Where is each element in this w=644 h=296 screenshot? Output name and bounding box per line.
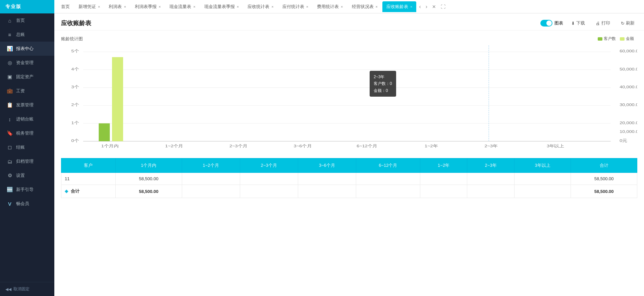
svg-text:1个月内: 1个月内 bbox=[101, 144, 118, 148]
total-label-text: 合计 bbox=[71, 189, 79, 194]
svg-text:2~3个月: 2~3个月 bbox=[229, 144, 247, 148]
tab-business-stat[interactable]: 经营状况表 × bbox=[348, 1, 382, 12]
sidebar-item-settings[interactable]: ⚙ 设置 bbox=[0, 168, 54, 183]
total-y2 bbox=[467, 185, 514, 198]
col-total: 合计 bbox=[571, 158, 637, 173]
tab-close-expense-stat[interactable]: × bbox=[341, 5, 343, 9]
page-content: 应收账龄表 图表 ⬇ 下载 🖨 打印 ↻ 刷新 bbox=[54, 13, 644, 296]
assets-icon: ▣ bbox=[7, 74, 13, 80]
funds-icon: ◎ bbox=[7, 60, 13, 66]
cell-total-0: 58,500.00 bbox=[571, 173, 637, 185]
col-m12: 6~12个月 bbox=[356, 158, 420, 173]
sidebar-item-assets[interactable]: ▣ 固定资产 bbox=[0, 70, 54, 84]
reports-icon: 📊 bbox=[7, 46, 13, 52]
tab-close-aging[interactable]: × bbox=[410, 5, 412, 9]
sidebar-item-salary[interactable]: 💼 工资 bbox=[0, 84, 54, 98]
tab-profit[interactable]: 利润表 × bbox=[105, 1, 130, 12]
sidebar-item-archive[interactable]: 🗂 归档管理 bbox=[0, 154, 54, 168]
refresh-label: 刷新 bbox=[626, 20, 635, 26]
svg-text:3~6个月: 3~6个月 bbox=[294, 144, 312, 148]
toggle-track[interactable] bbox=[540, 20, 552, 27]
data-table: 客户 1个月内 1~2个月 2~3个月 3~6个月 6~12个月 1~2年 2~… bbox=[61, 158, 637, 198]
svg-text:4个: 4个 bbox=[71, 67, 78, 71]
tab-payable-stat[interactable]: 应付统计表 × bbox=[278, 1, 312, 12]
salary-icon: 💼 bbox=[7, 88, 13, 94]
sidebar-label-checkout: 结账 bbox=[16, 144, 25, 150]
total-m6 bbox=[298, 185, 356, 198]
toggle-label: 图表 bbox=[554, 20, 563, 26]
svg-text:0个: 0个 bbox=[71, 138, 78, 143]
svg-text:60,000.00元: 60,000.00元 bbox=[620, 49, 637, 53]
chart-svg: 5个 4个 3个 2个 1个 0个 60,000.00元 50,000.00元 … bbox=[61, 45, 637, 153]
table-header-row: 客户 1个月内 1~2个月 2~3个月 3~6个月 6~12个月 1~2年 2~… bbox=[61, 158, 637, 173]
tab-prev-btn[interactable]: ‹ bbox=[417, 1, 423, 12]
sidebar-item-ledger[interactable]: ≡ 总账 bbox=[0, 28, 54, 42]
total-m3 bbox=[240, 185, 298, 198]
print-btn[interactable]: 🖨 打印 bbox=[593, 19, 613, 28]
tab-close-cashflow-quarter[interactable]: × bbox=[237, 5, 239, 9]
sidebar-label-salary: 工资 bbox=[16, 88, 25, 94]
sidebar-item-vip[interactable]: V 畅会员 bbox=[0, 197, 54, 211]
sidebar-item-invoice[interactable]: 📋 发票管理 bbox=[0, 98, 54, 112]
sidebar-item-purchases[interactable]: ↕ 进销台账 bbox=[0, 112, 54, 126]
tab-aging[interactable]: 应收账龄表 × bbox=[382, 1, 416, 12]
download-btn[interactable]: ⬇ 下载 bbox=[569, 19, 588, 28]
tab-close-cashflow[interactable]: × bbox=[193, 5, 195, 9]
chart-area: 账龄统计图 客户数 金额 5个 4个 3个 2个 1个 bbox=[54, 31, 644, 158]
legend-customers-label: 客户数 bbox=[604, 36, 616, 42]
sidebar-item-reports[interactable]: 📊 报表中心 bbox=[0, 42, 54, 56]
tab-label-receivable-stat: 应收统计表 bbox=[248, 4, 269, 10]
tab-cashflow-quarter[interactable]: 现金流量表季报 × bbox=[200, 1, 243, 12]
total-total: 58,500.00 bbox=[571, 185, 637, 198]
legend-amount-label: 金额 bbox=[626, 36, 634, 42]
sidebar-item-home[interactable]: ⌂ 首页 bbox=[0, 13, 54, 28]
cell-m1-0: 58,500.00 bbox=[115, 173, 182, 185]
tab-label-expense-stat: 费用统计表 bbox=[317, 4, 339, 10]
total-icon: ◈ bbox=[65, 189, 68, 194]
tab-close-payable-stat[interactable]: × bbox=[306, 5, 308, 9]
ledger-icon: ≡ bbox=[7, 32, 13, 38]
sidebar-item-tax[interactable]: 🔖 税务管理 bbox=[0, 126, 54, 140]
tab-maximize-btn[interactable]: ⛶ bbox=[439, 1, 447, 12]
tab-cashflow[interactable]: 现金流量表 × bbox=[165, 1, 199, 12]
sidebar-label-tax: 税务管理 bbox=[16, 130, 34, 136]
bar-amount-0 bbox=[112, 57, 123, 141]
legend-customers: 客户数 bbox=[598, 36, 616, 42]
tab-close-business-stat[interactable]: × bbox=[376, 5, 378, 9]
main-content: 首页 新增凭证 × 利润表 × 利润表季报 × 现金流量表 × 现金流量表季报 … bbox=[54, 0, 644, 296]
tab-close-profit[interactable]: × bbox=[124, 5, 126, 9]
cell-customer-0: 11 bbox=[61, 173, 116, 185]
svg-text:2~3年: 2~3年 bbox=[484, 144, 497, 148]
sidebar: 专业版 ⌂ 首页 ≡ 总账 📊 报表中心 ◎ 资金管理 ▣ 固定资产 💼 工资 … bbox=[0, 0, 54, 296]
sidebar-label-invoice: 发票管理 bbox=[16, 102, 34, 108]
cell-m2-0 bbox=[182, 173, 240, 185]
refresh-btn[interactable]: ↻ 刷新 bbox=[618, 19, 637, 28]
col-y1: 1~2年 bbox=[420, 158, 467, 173]
sidebar-item-checkout[interactable]: ◻ 结账 bbox=[0, 140, 54, 154]
purchases-icon: ↕ bbox=[7, 116, 13, 122]
sidebar-footer-pin[interactable]: ◀◀ 取消固定 bbox=[0, 282, 54, 296]
tab-receivable-stat[interactable]: 应收统计表 × bbox=[244, 1, 277, 12]
tab-close-voucher[interactable]: × bbox=[98, 5, 100, 9]
svg-text:10,000.00元: 10,000.00元 bbox=[620, 130, 637, 134]
svg-text:30,000.00元: 30,000.00元 bbox=[620, 103, 637, 107]
tab-next-btn[interactable]: › bbox=[424, 1, 429, 12]
sidebar-item-guide[interactable]: 🆕 新手引导 bbox=[0, 183, 54, 197]
cell-y1-0 bbox=[420, 173, 467, 185]
tab-expense-stat[interactable]: 费用统计表 × bbox=[313, 1, 347, 12]
refresh-icon: ↻ bbox=[621, 21, 625, 26]
tab-profit-quarter[interactable]: 利润表季报 × bbox=[131, 1, 165, 12]
tab-label-aging: 应收账龄表 bbox=[386, 4, 408, 10]
sidebar-label-reports: 报表中心 bbox=[16, 46, 34, 52]
chart-toggle[interactable]: 图表 bbox=[540, 20, 563, 27]
tab-close-profit-quarter[interactable]: × bbox=[159, 5, 161, 9]
tab-close-all-btn[interactable]: ✕ bbox=[430, 1, 438, 12]
sidebar-item-funds[interactable]: ◎ 资金管理 bbox=[0, 56, 54, 70]
tab-label-cashflow-quarter: 现金流量表季报 bbox=[204, 4, 235, 10]
tab-close-receivable-stat[interactable]: × bbox=[271, 5, 273, 9]
tab-bar: 首页 新增凭证 × 利润表 × 利润表季报 × 现金流量表 × 现金流量表季报 … bbox=[54, 0, 644, 13]
tab-home[interactable]: 首页 bbox=[57, 1, 74, 12]
cell-y3plus-0 bbox=[514, 173, 571, 185]
cell-m3-0 bbox=[240, 173, 298, 185]
tab-voucher[interactable]: 新增凭证 × bbox=[74, 1, 104, 12]
